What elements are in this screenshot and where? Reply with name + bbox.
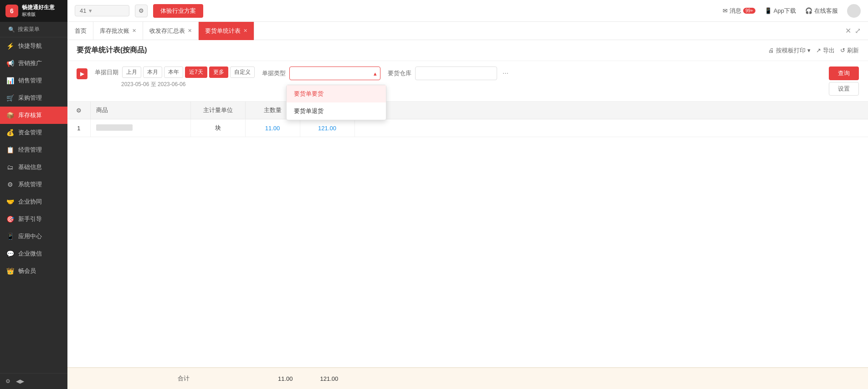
type-selected-value xyxy=(294,70,296,77)
expand-tab-icon[interactable]: ⤢ xyxy=(855,26,861,35)
search-icon: 🔍 xyxy=(8,26,15,33)
export-button[interactable]: ↗ 导出 xyxy=(816,46,835,55)
print-button[interactable]: 🖨 按模板打印 ▾ xyxy=(768,46,811,55)
sidebar-item-quick-nav[interactable]: ⚡ 快捷导航 xyxy=(0,37,67,55)
tab-order-summary[interactable]: 要货单统计表 ✕ xyxy=(199,22,254,40)
sidebar-nav: ⚡ 快捷导航 📢 营销推广 📊 销售管理 🛒 采购管理 📦 库存核算 💰 资金管… xyxy=(0,37,67,373)
tab-receive-summary[interactable]: 收发存汇总表 ✕ xyxy=(143,22,199,40)
cell-unit: 块 xyxy=(190,119,245,137)
date-option-year[interactable]: 本年 xyxy=(164,67,183,78)
table-header: ⚙ 商品 主计量单位 主数量 零售金额 xyxy=(67,102,868,119)
app-center-icon: 📱 xyxy=(5,233,15,240)
date-filter-group: 单据日期 上月 本月 本年 近7天 更多 自定义 xyxy=(95,67,255,78)
query-button[interactable]: 查询 xyxy=(829,67,859,80)
filter-action-buttons: 查询 设置 xyxy=(829,67,859,96)
sidebar-item-finance[interactable]: 💰 资金管理 xyxy=(0,124,67,141)
settings-button[interactable]: 设置 xyxy=(829,82,859,96)
cell-amount[interactable]: 121.00 xyxy=(300,119,354,137)
inventory-icon: 📦 xyxy=(5,112,15,119)
date-option-custom[interactable]: 自定义 xyxy=(230,67,255,78)
close-all-tabs-icon[interactable]: ✕ xyxy=(845,26,851,35)
dropdown-item-order[interactable]: 要货单要货 xyxy=(287,85,386,102)
search-menu-item[interactable]: 🔍 搜索菜单 xyxy=(0,22,67,37)
close-tab-order-summary-icon[interactable]: ✕ xyxy=(243,28,247,34)
sidebar-item-app-center[interactable]: 📱 应用中心 xyxy=(0,228,67,245)
sidebar-item-purchase[interactable]: 🛒 采购管理 xyxy=(0,89,67,107)
tab-order-summary-label: 要货单统计表 xyxy=(205,27,241,35)
cell-qty[interactable]: 11.00 xyxy=(245,119,300,137)
print-label: 按模板打印 xyxy=(776,46,806,55)
header-gear-button[interactable]: ⚙ xyxy=(135,5,148,17)
amount-link[interactable]: 121.00 xyxy=(318,125,336,132)
export-label: 导出 xyxy=(823,46,835,55)
tab-receive-summary-label: 收发存汇总表 xyxy=(149,27,185,35)
close-tab-receive-summary-icon[interactable]: ✕ xyxy=(188,28,192,34)
trial-button[interactable]: 体验行业方案 xyxy=(153,4,203,18)
finance-icon: 💰 xyxy=(5,129,15,136)
type-filter-group: 单据类型 ▴ xyxy=(262,67,380,80)
sidebar-item-marketing[interactable]: 📢 营销推广 xyxy=(0,55,67,72)
filter-bar: ▶ 单据日期 上月 本月 本年 近7天 更多 自定义 2023-05-06 至 … xyxy=(67,61,868,102)
dropdown-item-return[interactable]: 要货单退货 xyxy=(287,102,386,120)
date-option-up[interactable]: 上月 xyxy=(122,67,141,78)
table-body: 1 块 11.00 121.00 xyxy=(67,119,868,137)
settings-icon[interactable]: ⚙ xyxy=(5,378,10,384)
sidebar-item-inventory[interactable]: 📦 库存核算 xyxy=(0,107,67,124)
sidebar-item-label: 快捷导航 xyxy=(18,42,42,50)
company-name: 41 xyxy=(80,7,86,14)
refresh-label: 刷新 xyxy=(847,46,859,55)
message-icon: ✉ xyxy=(723,7,728,14)
table-row: 1 块 11.00 121.00 xyxy=(67,119,868,137)
total-qty: 11.00 xyxy=(278,375,293,382)
sidebar-item-label: 畅会员 xyxy=(18,267,36,275)
date-options: 上月 本月 本年 近7天 更多 自定义 xyxy=(122,67,255,78)
warehouse-filter-group: 要货仓库 ··· xyxy=(388,67,508,80)
type-select-display[interactable] xyxy=(289,67,380,80)
filter-toggle-button[interactable]: ▶ xyxy=(77,68,87,79)
tab-inventory-batch[interactable]: 库存批次账 ✕ xyxy=(93,22,143,40)
header-left: 41 ▾ ⚙ 体验行业方案 xyxy=(75,4,203,18)
company-selector[interactable]: 41 ▾ xyxy=(75,5,129,16)
tab-home[interactable]: 首页 xyxy=(75,22,93,40)
system-icon: ⚙ xyxy=(5,181,15,188)
cell-goods xyxy=(90,119,190,137)
tab-inventory-batch-label: 库存批次账 xyxy=(100,27,129,35)
headset-icon: 🎧 xyxy=(805,7,812,14)
data-table: ⚙ 商品 主计量单位 主数量 零售金额 1 xyxy=(67,102,868,137)
app-download-button[interactable]: 📱 App下载 xyxy=(765,7,796,15)
qty-link[interactable]: 11.00 xyxy=(265,125,280,132)
collapse-icon[interactable]: ◀▶ xyxy=(16,378,24,384)
warehouse-label: 要货仓库 xyxy=(388,69,411,77)
notification-button[interactable]: ✉ 消息 99+ xyxy=(723,7,755,15)
sidebar-item-operations[interactable]: 📋 经营管理 xyxy=(0,141,67,159)
online-service-button[interactable]: 🎧 在线客服 xyxy=(805,7,838,15)
sidebar-item-guide[interactable]: 🎯 新手引导 xyxy=(0,210,67,228)
sidebar-item-members[interactable]: 👑 畅会员 xyxy=(0,262,67,280)
tabs-bar: 首页 库存批次账 ✕ 收发存汇总表 ✕ 要货单统计表 ✕ ✕ ⤢ xyxy=(67,22,868,40)
close-tab-inventory-batch-icon[interactable]: ✕ xyxy=(132,28,136,34)
col-header-extra xyxy=(354,102,868,119)
purchase-icon: 🛒 xyxy=(5,94,15,102)
avatar[interactable] xyxy=(847,4,861,18)
search-menu-label: 搜索菜单 xyxy=(18,26,40,33)
sidebar-item-label: 企业协同 xyxy=(18,198,42,206)
sidebar-item-system[interactable]: ⚙ 系统管理 xyxy=(0,176,67,193)
warehouse-select[interactable] xyxy=(415,67,497,80)
sidebar-item-wechat[interactable]: 💬 企业微信 xyxy=(0,245,67,262)
refresh-icon: ↺ xyxy=(840,47,845,54)
sidebar-item-label: 新手引导 xyxy=(18,215,42,223)
sidebar-item-label: 应用中心 xyxy=(18,232,42,241)
sidebar-item-enterprise[interactable]: 🤝 企业协同 xyxy=(0,193,67,210)
date-option-last7[interactable]: 近7天 xyxy=(185,67,207,78)
gear-icon: ⚙ xyxy=(139,7,144,14)
table-settings-icon[interactable]: ⚙ xyxy=(76,107,82,114)
sidebar-item-sales[interactable]: 📊 销售管理 xyxy=(0,72,67,89)
refresh-button[interactable]: ↺ 刷新 xyxy=(840,46,859,55)
date-label: 单据日期 xyxy=(95,68,118,77)
page-content: 要货单统计表(按商品) 🖨 按模板打印 ▾ ↗ 导出 ↺ 刷新 ▶ xyxy=(67,40,868,389)
date-option-more[interactable]: 更多 xyxy=(209,67,228,78)
sidebar-item-basic-info[interactable]: 🗂 基础信息 xyxy=(0,159,67,176)
date-option-current[interactable]: 本月 xyxy=(143,67,162,78)
filter-more-icon[interactable]: ··· xyxy=(503,67,508,80)
sidebar-item-label: 销售管理 xyxy=(18,77,42,85)
